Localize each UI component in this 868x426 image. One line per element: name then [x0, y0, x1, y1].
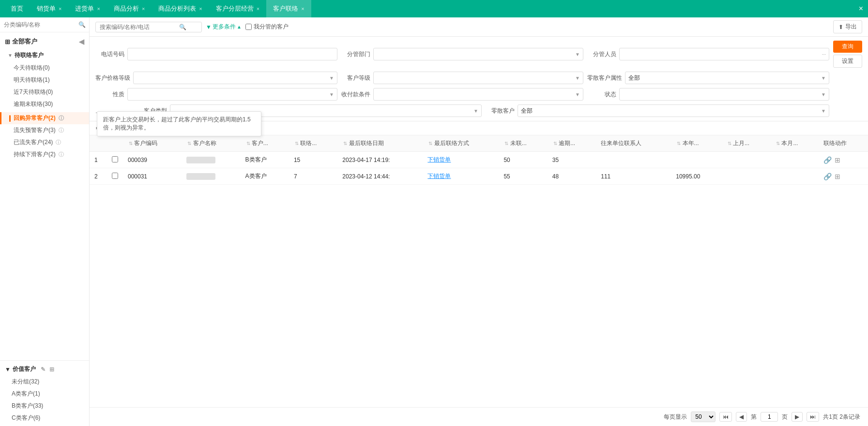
nav-purchase-order[interactable]: 进货单 ×: [68, 0, 107, 17]
collapse-icon[interactable]: ◀: [79, 38, 84, 45]
page-number-input[interactable]: [761, 412, 778, 422]
sidebar-tree: ⊞ 全部客户 ◀ ▼ 待联络客户 今天待联络(0) 明天待联络(1) 近7天待联…: [0, 32, 89, 360]
retail-cust-chevron-icon: ▼: [821, 108, 826, 114]
export-button[interactable]: ⬆ 导出: [833, 20, 862, 33]
row2-grid-icon[interactable]: ⊞: [835, 173, 840, 180]
row1-method-link[interactable]: 下销货单: [427, 156, 451, 163]
search-icon[interactable]: 🔍: [179, 24, 186, 30]
action-buttons: 查询 设置: [833, 41, 862, 68]
prev-page-button[interactable]: ◀: [736, 412, 747, 422]
nav-home[interactable]: 首页: [4, 0, 30, 17]
retail-cust-select[interactable]: 全部 ▼: [518, 104, 829, 117]
th-cust-type[interactable]: ⇅ 客户...: [241, 135, 289, 152]
sidebar-item-churn-warning[interactable]: 流失预警客户(3) ⓘ: [0, 124, 89, 136]
next-page-button[interactable]: ▶: [792, 412, 803, 422]
edit-icon[interactable]: ✎: [41, 366, 46, 373]
nav-customer-segment[interactable]: 客户分层经营 ×: [209, 0, 266, 17]
row1-link-icon[interactable]: 🔗: [823, 156, 832, 164]
dept-chevron-icon: ▼: [575, 52, 580, 57]
row1-grid-icon[interactable]: ⊞: [835, 156, 840, 164]
row2-link-icon[interactable]: 🔗: [823, 173, 832, 180]
cust-level-select[interactable]: ▼: [373, 72, 583, 84]
manager-select[interactable]: ···: [619, 48, 829, 60]
row1-last-method[interactable]: 下销货单: [423, 152, 499, 168]
settings-button[interactable]: 设置: [833, 55, 862, 68]
th-name[interactable]: ⇅ 客户名称: [182, 135, 240, 152]
row2-checkbox[interactable]: [107, 168, 123, 185]
th-code[interactable]: ⇅ 客户编码: [123, 135, 182, 152]
row2-last-month: [722, 168, 770, 185]
sidebar-item-repurchase-abnormal[interactable]: 回购异常客户(2) ⓘ: [0, 112, 89, 124]
row2-last-method[interactable]: 下销货单: [423, 168, 499, 185]
last-page-button[interactable]: ⏭: [807, 412, 819, 422]
per-page-select[interactable]: 50 100 200: [691, 411, 716, 422]
filter-row-3: 性质 ▼ 收付款条件 ▼ 状态: [95, 88, 862, 101]
th-last-month[interactable]: ⇅ 上月...: [722, 135, 770, 152]
row1-name-blurred: [186, 157, 215, 163]
sidebar-item-7days[interactable]: 近7天待联络(0): [0, 86, 89, 98]
nav-close-product-analysis[interactable]: ×: [142, 6, 145, 12]
sidebar-item-overdue[interactable]: 逾期未联络(30): [0, 98, 89, 110]
th-contact-count[interactable]: ⇅ 联络...: [289, 135, 337, 152]
phone-label: 电话号码: [95, 50, 124, 59]
nav-product-list[interactable]: 商品分析列表 ×: [152, 0, 209, 17]
phone-input[interactable]: [127, 48, 337, 60]
sidebar-item-today[interactable]: 今天待联络(0): [0, 62, 89, 74]
sidebar-item-churned[interactable]: 已流失客户(24) ⓘ: [0, 136, 89, 148]
th-lastmonth-sort-icon: ⇅: [728, 141, 731, 146]
th-overdue[interactable]: ⇅ 逾期...: [548, 135, 596, 152]
payment-label: 收付款条件: [341, 90, 370, 99]
first-page-button[interactable]: ⏮: [719, 412, 732, 422]
row1-check[interactable]: [112, 156, 118, 162]
th-overdue-sort-icon: ⇅: [553, 141, 557, 146]
status-select[interactable]: ▼: [619, 88, 829, 101]
nav-close-contact[interactable]: ×: [301, 6, 304, 12]
nav-close-purchase[interactable]: ×: [97, 6, 100, 12]
sidebar-item-unclassified[interactable]: 未分组(32): [0, 376, 89, 388]
price-select[interactable]: ▼: [133, 72, 337, 84]
sidebar-item-declining[interactable]: 持续下滑客户(2) ⓘ: [0, 148, 89, 161]
search-input[interactable]: [100, 24, 177, 30]
dept-select[interactable]: ▼: [373, 48, 583, 60]
pending-section-title[interactable]: ▼ 待联络客户: [0, 49, 89, 62]
nav-close-sales[interactable]: ×: [59, 6, 61, 12]
row1-checkbox[interactable]: [107, 152, 123, 168]
my-customers-checkbox[interactable]: 我分管的客户: [245, 23, 289, 31]
row2-method-link[interactable]: 下销货单: [427, 173, 451, 179]
sidebar-search-icon[interactable]: 🔍: [78, 21, 86, 28]
grid-icon: ⊞: [5, 38, 10, 45]
gender-select[interactable]: ▼: [127, 88, 337, 101]
my-customers-check[interactable]: [245, 24, 252, 30]
sidebar-all-customers[interactable]: ⊞ 全部客户 ◀: [0, 34, 89, 49]
payment-select[interactable]: ▼: [373, 88, 583, 101]
query-button[interactable]: 查询: [833, 41, 862, 53]
value-section-title[interactable]: ▼ 价值客户 ✎ ⊞: [0, 363, 89, 376]
cust-type-chevron-icon: ▼: [473, 108, 478, 114]
nav-close-all-button[interactable]: ×: [859, 4, 863, 13]
sidebar-item-class-a[interactable]: A类客户(1): [0, 388, 89, 400]
nav-close-product-list[interactable]: ×: [199, 6, 202, 12]
filter-row-2: 客户价格等级 ▼ 客户等级 ▼ 零散客户属性 全部: [95, 72, 862, 84]
group-icon[interactable]: ⊞: [49, 366, 54, 373]
nav-product-analysis[interactable]: 商品分析 ×: [107, 0, 152, 17]
table-row: 2 000031 A类客户 7 2023-04-12 14:44: 下销货单 5…: [90, 168, 868, 185]
nav-sales-order[interactable]: 销货单 ×: [30, 0, 68, 17]
nav-close-segment[interactable]: ×: [257, 6, 259, 12]
sidebar-search-input[interactable]: [4, 21, 76, 28]
row2-check[interactable]: [112, 173, 118, 179]
filter-department: 分管部门 ▼: [341, 48, 583, 60]
th-unit-contact[interactable]: 往来单位联系人: [596, 135, 671, 152]
more-conditions-button[interactable]: ▼ 更多条件 ▲: [206, 23, 242, 31]
retail-attr-select[interactable]: 全部 ▼: [625, 72, 829, 84]
th-last-contact-method[interactable]: ⇅ 最后联络方式: [423, 135, 499, 152]
sidebar-item-class-c[interactable]: C类客户(6): [0, 412, 89, 424]
sidebar-item-class-b[interactable]: B类客户(33): [0, 400, 89, 412]
row1-name: [182, 152, 240, 168]
th-last-contact-date[interactable]: ⇅ 最后联络日期: [337, 135, 423, 152]
nav-customer-contact[interactable]: 客户联络 ×: [266, 0, 311, 17]
table-row: 1 000039 B类客户 15 2023-04-17 14:19: 下销货单 …: [90, 152, 868, 168]
th-this-year[interactable]: ⇅ 本年...: [671, 135, 721, 152]
th-uncontacted[interactable]: ⇅ 未联...: [499, 135, 547, 152]
th-this-month[interactable]: ⇅ 本月...: [770, 135, 819, 152]
sidebar-item-tomorrow[interactable]: 明天待联络(1): [0, 74, 89, 86]
